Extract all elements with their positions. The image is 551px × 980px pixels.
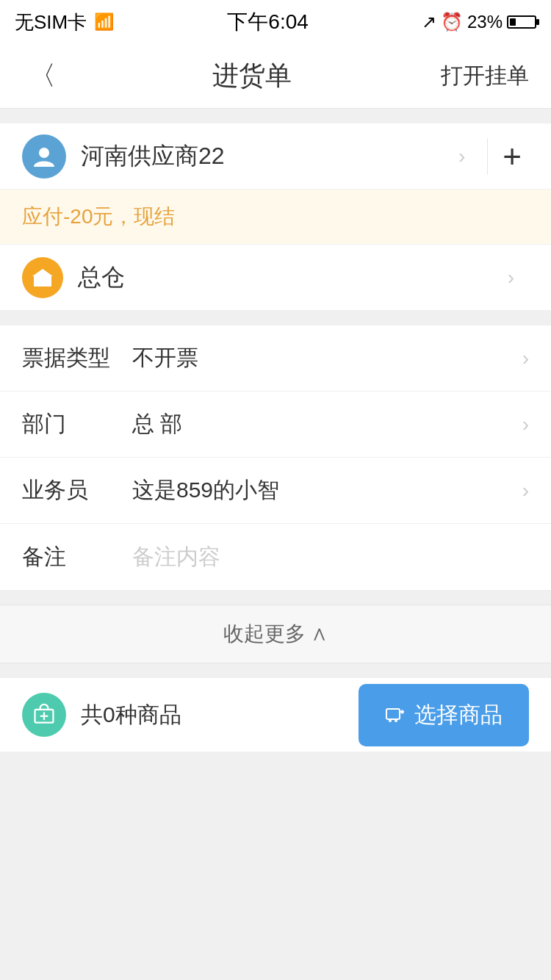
product-count-area: 共0种商品 <box>22 693 181 737</box>
wifi-icon: 📶 <box>94 12 114 32</box>
svg-rect-7 <box>386 709 400 719</box>
dept-value: 总 部 <box>132 409 522 439</box>
supplier-avatar <box>22 134 66 179</box>
warehouse-row[interactable]: 总仓 › <box>0 245 551 311</box>
select-product-label: 选择商品 <box>414 700 503 730</box>
svg-marker-2 <box>32 269 53 276</box>
staff-label: 业务员 <box>22 475 125 505</box>
person-icon <box>31 143 57 170</box>
page-title: 进货单 <box>212 58 292 94</box>
warehouse-svg-icon <box>31 266 54 289</box>
staff-row[interactable]: 业务员 这是859的小智 › <box>0 458 551 524</box>
select-product-icon <box>385 705 406 725</box>
battery-icon <box>507 15 536 29</box>
supplier-card: 河南供应商22 › + 应付-20元，现结 <box>0 123 551 244</box>
warehouse-name: 总仓 <box>78 262 508 294</box>
svg-rect-3 <box>40 281 46 287</box>
product-icon <box>22 693 66 737</box>
status-right: ↗ ⏰ 23% <box>422 12 536 32</box>
remark-input[interactable]: 备注内容 <box>132 542 529 572</box>
svg-point-0 <box>39 148 49 158</box>
gray-fill-area <box>0 752 551 972</box>
chevron-right-icon: › <box>458 145 465 168</box>
chevron-right-warehouse-icon: › <box>508 266 514 289</box>
form-section: 票据类型 不开票 › 部门 总 部 › 业务员 这是859的小智 › 备注 备注… <box>0 325 551 590</box>
notice-banner: 应付-20元，现结 <box>0 190 551 244</box>
collapse-row[interactable]: 收起更多 ∧ <box>0 605 551 663</box>
staff-value: 这是859的小智 <box>132 475 522 505</box>
status-bar: 无SIM卡 📶 下午6:04 ↗ ⏰ 23% <box>0 0 551 44</box>
location-icon: ↗ <box>422 12 436 32</box>
back-button[interactable]: 〈 <box>22 51 63 101</box>
supplier-row[interactable]: 河南供应商22 › + <box>0 123 551 190</box>
warehouse-icon <box>22 257 63 298</box>
cart-plus-icon <box>385 705 406 725</box>
invoice-label: 票据类型 <box>22 343 125 373</box>
remark-label: 备注 <box>22 542 125 572</box>
open-pending-button[interactable]: 打开挂单 <box>441 61 529 91</box>
divider-top <box>0 109 551 123</box>
svg-point-11 <box>395 719 397 722</box>
alarm-icon: ⏰ <box>441 12 463 32</box>
chevron-right-dept-icon: › <box>522 413 529 436</box>
dept-row[interactable]: 部门 总 部 › <box>0 392 551 458</box>
product-count-text: 共0种商品 <box>81 700 181 730</box>
chevron-right-invoice-icon: › <box>522 347 529 370</box>
add-supplier-button[interactable]: + <box>495 140 529 173</box>
vertical-divider <box>487 138 488 175</box>
status-carrier: 无SIM卡 📶 <box>15 10 114 35</box>
carrier-text: 无SIM卡 <box>15 10 87 35</box>
dept-label: 部门 <box>22 409 125 439</box>
collapse-label: 收起更多 ∧ <box>223 620 328 648</box>
invoice-type-row[interactable]: 票据类型 不开票 › <box>0 325 551 392</box>
notice-text: 应付-20元，现结 <box>22 205 175 228</box>
product-svg-icon <box>32 703 56 727</box>
select-product-button[interactable]: 选择商品 <box>359 684 529 746</box>
remark-row[interactable]: 备注 备注内容 <box>0 524 551 590</box>
battery-text: 23% <box>467 12 503 32</box>
invoice-value: 不开票 <box>132 343 522 373</box>
nav-bar: 〈 进货单 打开挂单 <box>0 44 551 109</box>
status-time: 下午6:04 <box>227 8 309 36</box>
bottom-bar: 共0种商品 选择商品 <box>0 678 551 752</box>
chevron-right-staff-icon: › <box>522 479 529 502</box>
supplier-name: 河南供应商22 <box>81 140 458 173</box>
svg-point-10 <box>389 719 392 722</box>
